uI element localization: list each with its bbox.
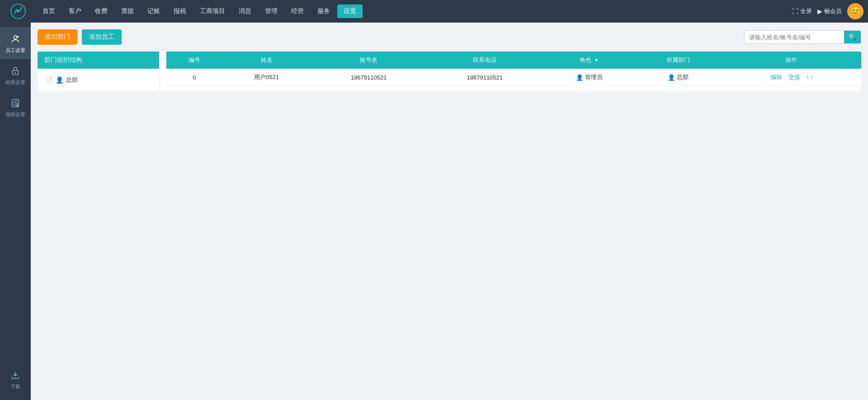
row-scroll-arrows: ⬆⬇: [806, 75, 814, 80]
nav-operation[interactable]: 经营: [285, 5, 310, 18]
employee-area: 部门组织结构 📄 👤 总部 编号 姓名 账号名: [38, 52, 861, 91]
app-logo: [5, 3, 32, 19]
nav-invoice[interactable]: 票据: [115, 5, 140, 18]
nav-message[interactable]: 消息: [232, 5, 258, 18]
nav-tax[interactable]: 报税: [167, 5, 193, 18]
transfer-button[interactable]: 交接: [788, 74, 800, 80]
nav-right-area: ⛶ 全屏 ▶ 畅会员 😊: [792, 3, 863, 19]
dept-tree: 部门组织结构 📄 👤 总部: [38, 52, 160, 91]
table-row: 0 用户0521 18679110521 18679110521 👤 管理员: [166, 69, 861, 86]
add-dept-button[interactable]: 添加部门: [38, 29, 77, 45]
vip-button[interactable]: ▶ 畅会员: [817, 7, 842, 15]
svg-point-1: [17, 10, 19, 12]
vip-icon: ▶: [817, 8, 822, 15]
col-header-role: 角色 ▼: [543, 52, 636, 69]
person-settings-icon: [9, 33, 22, 45]
sidebar-item-tax-settings[interactable]: 报税设置: [0, 91, 31, 123]
svg-point-2: [14, 36, 17, 39]
col-header-account: 账号名: [311, 52, 427, 69]
col-header-id: 编号: [166, 52, 222, 69]
nav-service[interactable]: 服务: [311, 5, 336, 18]
svg-point-5: [15, 72, 16, 73]
nav-accounting[interactable]: 记账: [141, 5, 166, 18]
dept-person-icon-cell: 👤: [668, 74, 675, 81]
nav-settings[interactable]: 设置: [337, 5, 363, 18]
vip-label: 畅会员: [824, 7, 842, 15]
employee-table: 编号 姓名 账号名 联系电话 角色 ▼ 所属部门 操作: [166, 52, 861, 86]
dept-item-root[interactable]: 📄 👤 总部: [42, 73, 155, 87]
col-header-name: 姓名: [222, 52, 311, 69]
sidebar-label-download: 下载: [10, 383, 20, 390]
fullscreen-icon: ⛶: [792, 8, 798, 15]
file-icon: 📄: [46, 77, 53, 84]
col-header-phone: 联系电话: [427, 52, 543, 69]
nav-menu: 首页 客户 收费 票据 记账 报税 工商项目 消息 管理 经营 服务 设置: [36, 5, 792, 18]
cell-action: 编辑 交接 ⬆⬇: [721, 69, 861, 86]
fullscreen-label: 全屏: [800, 7, 812, 15]
sidebar: 员工设置 权限设置 报税设置: [0, 23, 31, 400]
sidebar-item-download[interactable]: 下载: [0, 363, 31, 395]
nav-home[interactable]: 首页: [36, 5, 61, 18]
dept-name-root: 总部: [66, 76, 78, 84]
sidebar-label-employee-settings: 员工设置: [5, 47, 25, 54]
search-icon: 🔍: [849, 33, 856, 41]
main-layout: 员工设置 权限设置 报税设置: [0, 23, 868, 400]
col-header-action: 操作: [721, 52, 861, 69]
role-value: 管理员: [585, 73, 603, 81]
filter-icon[interactable]: ▼: [594, 57, 599, 63]
nav-commerce[interactable]: 工商项目: [193, 5, 231, 18]
table-header-row: 编号 姓名 账号名 联系电话 角色 ▼ 所属部门 操作: [166, 52, 861, 69]
toolbar: 添加部门 添加员工 🔍: [38, 29, 861, 45]
dept-value: 总部: [677, 73, 689, 81]
sidebar-label-tax-settings: 报税设置: [5, 111, 25, 118]
cell-dept: 👤 总部: [636, 69, 721, 86]
col-header-dept: 所属部门: [636, 52, 721, 69]
role-person-icon: 👤: [576, 74, 583, 81]
download-icon: [9, 369, 22, 381]
top-navigation: 首页 客户 收费 票据 记账 报税 工商项目 消息 管理 经营 服务 设置 ⛶ …: [0, 0, 868, 23]
lock-icon: [9, 65, 22, 77]
cell-account: 18679110521: [311, 69, 427, 86]
employee-table-wrap: 编号 姓名 账号名 联系电话 角色 ▼ 所属部门 操作: [166, 52, 861, 91]
nav-manage[interactable]: 管理: [259, 5, 284, 18]
svg-point-3: [17, 36, 19, 38]
edit-button[interactable]: 编辑: [770, 74, 782, 80]
search-input[interactable]: [745, 31, 844, 43]
sidebar-label-permission-settings: 权限设置: [5, 79, 25, 86]
cell-id: 0: [166, 69, 222, 86]
add-employee-button[interactable]: 添加员工: [82, 29, 122, 45]
cell-role: 👤 管理员: [543, 69, 636, 86]
fullscreen-button[interactable]: ⛶ 全屏: [792, 7, 812, 15]
dept-tree-header: 部门组织结构: [38, 52, 159, 69]
cell-name: 用户0521: [222, 69, 311, 86]
nav-customer[interactable]: 客户: [62, 5, 88, 18]
dept-tree-content: 📄 👤 总部: [38, 69, 159, 91]
content-area: 添加部门 添加员工 🔍 部门组织结构 📄 👤 总部: [31, 23, 868, 400]
user-avatar[interactable]: 😊: [847, 3, 863, 19]
sidebar-item-employee-settings[interactable]: 员工设置: [0, 27, 31, 59]
dept-person-icon: 👤: [56, 76, 63, 84]
tax-icon: [9, 97, 22, 109]
sidebar-item-permission-settings[interactable]: 权限设置: [0, 59, 31, 91]
search-button[interactable]: 🔍: [844, 31, 861, 43]
search-box: 🔍: [744, 30, 861, 44]
cell-phone: 18679110521: [427, 69, 543, 86]
nav-billing[interactable]: 收费: [89, 5, 114, 18]
